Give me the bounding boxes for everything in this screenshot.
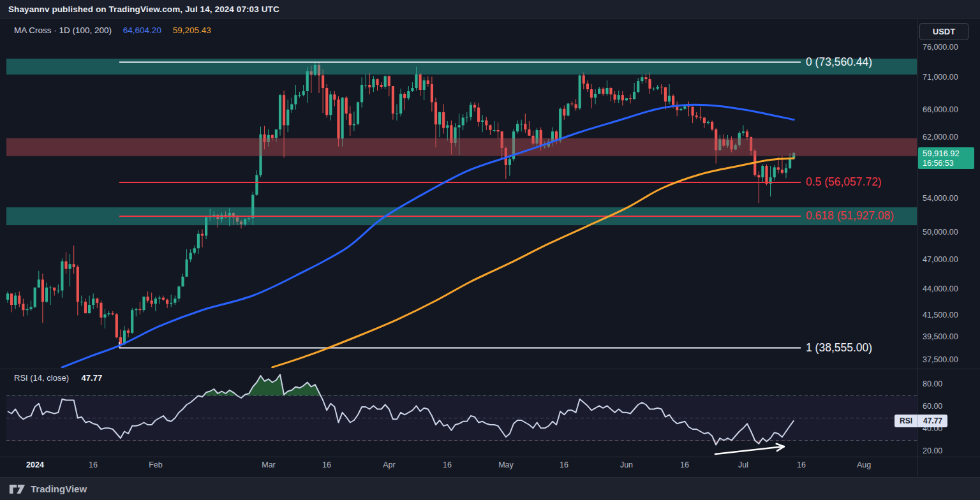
rsi-legend: RSI (14, close) 47.77 (14, 373, 102, 383)
tradingview-published-chart: Shayannv published on TradingView.com, J… (0, 0, 980, 500)
publisher-bar: Shayannv published on TradingView.com, J… (0, 0, 980, 19)
rsi-title: RSI (14, close) (14, 373, 69, 383)
indicator-title: MA Cross · 1D (100, 200) (14, 26, 112, 35)
rsi-badge-label: RSI (895, 415, 917, 427)
ma200-line (272, 158, 794, 367)
ma200-value: 59,205.43 (173, 26, 211, 35)
footer-bar: TradingView (0, 477, 980, 500)
rsi-value-badge: RSI 47.77 (895, 415, 947, 427)
last-price-badge: 59,916.92 16:56:53 (918, 147, 974, 169)
ma100-value: 64,604.20 (123, 26, 161, 35)
publisher-text: Shayannv published on TradingView.com, J… (8, 4, 279, 14)
brand-name: TradingView (31, 483, 87, 494)
currency-toggle-button[interactable]: USDT (919, 23, 969, 40)
countdown-timer: 16:56:53 (923, 159, 974, 168)
indicator-legend: MA Cross · 1D (100, 200) 64,604.20 59,20… (14, 26, 211, 35)
currency-label: USDT (933, 27, 955, 36)
chart-canvas[interactable] (0, 0, 980, 500)
rsi-legend-value: 47.77 (82, 373, 103, 383)
resistance-zone (6, 138, 917, 156)
trend-arrow-annotation (715, 444, 784, 454)
last-price-value: 59,916.92 (923, 149, 974, 159)
rsi-badge-value: 47.77 (918, 415, 947, 427)
fib-band (6, 59, 917, 75)
tradingview-logo-icon[interactable] (9, 483, 26, 496)
